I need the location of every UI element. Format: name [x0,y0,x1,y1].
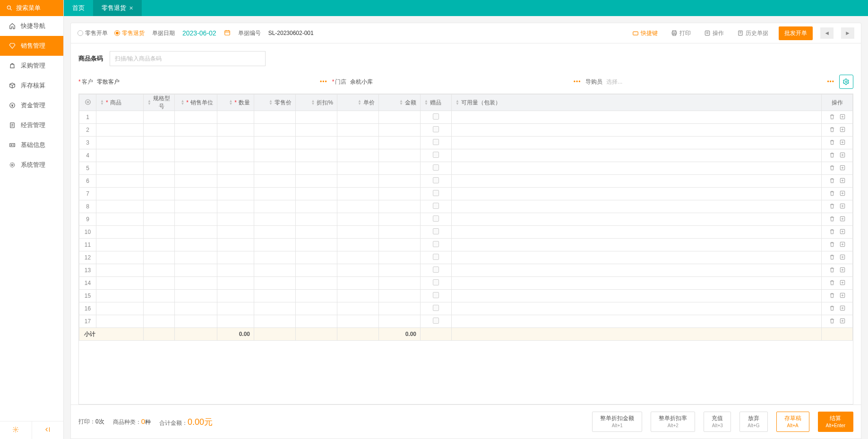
cell-unit[interactable] [175,239,217,251]
save-draft-button[interactable]: 存草稿Alt+A [776,412,809,432]
store-selector[interactable]: *门店 余杭小库 ••• [332,78,581,86]
sidebar-item-bag[interactable]: 采购管理 [0,56,63,76]
table-row[interactable]: 6 [79,175,853,188]
add-icon[interactable] [839,215,846,224]
gift-checkbox[interactable] [433,241,439,247]
cell-amount[interactable] [379,111,421,124]
cell-price[interactable] [254,111,296,124]
cell-amount[interactable] [379,213,421,226]
table-row[interactable]: 2 [79,124,853,137]
gift-checkbox[interactable] [433,139,439,145]
sort-icon[interactable]: ▲▼ [424,100,428,105]
cell-price[interactable] [254,290,296,302]
cell-qty[interactable] [217,213,254,226]
cell-price[interactable] [254,277,296,290]
delete-icon[interactable] [829,241,835,249]
tab-首页[interactable]: 首页 [64,0,93,16]
table-row[interactable]: 8 [79,200,853,213]
cell-unit[interactable] [175,315,217,328]
table-row[interactable]: 1 [79,111,853,124]
cell-unit[interactable] [175,251,217,264]
cell-uprice[interactable] [337,239,379,251]
cell-unit[interactable] [175,124,217,137]
cell-qty[interactable] [217,200,254,213]
cell-spec[interactable] [144,213,175,226]
sort-icon[interactable]: ▲▼ [311,100,315,105]
cell-uprice[interactable] [337,251,379,264]
tab-零售退货[interactable]: 零售退货✕ [93,0,142,16]
cell-amount[interactable] [379,264,421,277]
cell-amount[interactable] [379,149,421,162]
cell-spec[interactable] [144,175,175,188]
add-icon[interactable] [839,228,846,236]
cell-uprice[interactable] [337,277,379,290]
add-icon[interactable] [839,254,846,262]
delete-icon[interactable] [829,203,835,211]
cell-price[interactable] [254,137,296,149]
next-button[interactable]: ► [841,27,854,39]
cell-unit[interactable] [175,226,217,239]
sort-icon[interactable]: ▲▼ [455,100,459,105]
sidebar-item-gear-dash[interactable]: 系统管理 [0,155,63,175]
sidebar-item-coin[interactable]: 资金管理 [0,95,63,115]
cell-product[interactable] [96,149,144,162]
cell-product[interactable] [96,200,144,213]
cell-discount[interactable] [296,124,337,137]
cell-amount[interactable] [379,162,421,175]
items-table-wrap[interactable]: ▲▼*商品 ▲▼规格型号 ▲▼*销售单位 ▲▼*数量 ▲▼零售价 ▲▼折扣% ▲… [78,94,853,405]
cell-product[interactable] [96,264,144,277]
cell-amount[interactable] [379,239,421,251]
cell-qty[interactable] [217,124,254,137]
cell-price[interactable] [254,200,296,213]
gift-checkbox[interactable] [433,254,439,260]
operate-button[interactable]: 操作 [701,29,727,37]
cell-spec[interactable] [144,239,175,251]
cell-price[interactable] [254,149,296,162]
cell-product[interactable] [96,251,144,264]
delete-icon[interactable] [829,126,835,134]
cell-discount[interactable] [296,111,337,124]
cell-price[interactable] [254,315,296,328]
delete-icon[interactable] [829,113,835,121]
table-row[interactable]: 17 [79,315,853,328]
cell-spec[interactable] [144,188,175,200]
cell-price[interactable] [254,188,296,200]
cell-discount[interactable] [296,277,337,290]
cell-product[interactable] [96,239,144,251]
cell-amount[interactable] [379,226,421,239]
cell-spec[interactable] [144,200,175,213]
cell-unit[interactable] [175,188,217,200]
delete-icon[interactable] [829,318,835,326]
cell-qty[interactable] [217,251,254,264]
cell-qty[interactable] [217,290,254,302]
delete-icon[interactable] [829,228,835,236]
cell-spec[interactable] [144,264,175,277]
settings-button[interactable] [0,422,32,439]
sort-icon[interactable]: ▲▼ [229,100,232,105]
add-icon[interactable] [839,152,846,160]
cell-product[interactable] [96,162,144,175]
add-icon[interactable] [839,203,846,211]
cell-spec[interactable] [144,124,175,137]
history-button[interactable]: 历史单据 [734,29,771,37]
cell-uprice[interactable] [337,124,379,137]
cell-discount[interactable] [296,226,337,239]
add-icon[interactable] [839,292,846,300]
table-row[interactable]: 4 [79,149,853,162]
table-row[interactable]: 15 [79,290,853,302]
gift-checkbox[interactable] [433,203,439,209]
gear-icon[interactable] [85,99,91,107]
cell-amount[interactable] [379,188,421,200]
cell-unit[interactable] [175,111,217,124]
delete-icon[interactable] [829,267,835,275]
cell-amount[interactable] [379,277,421,290]
cell-discount[interactable] [296,162,337,175]
cell-unit[interactable] [175,290,217,302]
settle-button[interactable]: 结算Alt+Enter [818,412,853,432]
cell-qty[interactable] [217,277,254,290]
cell-amount[interactable] [379,251,421,264]
cell-qty[interactable] [217,188,254,200]
delete-icon[interactable] [829,279,835,287]
cell-product[interactable] [96,111,144,124]
cell-product[interactable] [96,226,144,239]
